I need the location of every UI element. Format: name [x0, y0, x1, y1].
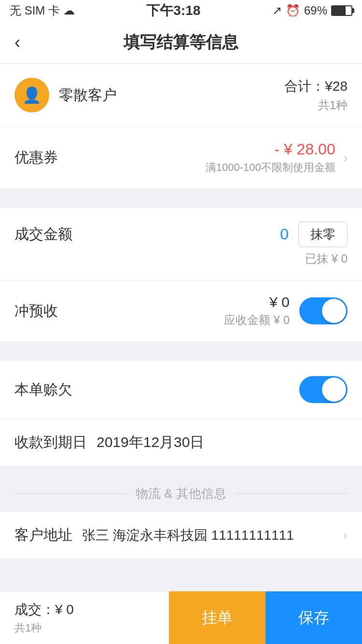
transaction-value: 0: [269, 225, 289, 243]
location-icon: ↗: [272, 4, 282, 17]
debt-row: 本单赊欠: [0, 361, 362, 419]
logistics-divider: 物流 & 其他信息: [0, 476, 362, 512]
save-label: 保存: [298, 607, 329, 629]
address-row[interactable]: 客户地址 张三 海淀永丰科技园 11111111111 ›: [0, 512, 362, 559]
address-value: 张三 海淀永丰科技园 11111111111: [82, 526, 343, 545]
nav-bar: ‹ 填写结算等信息: [0, 21, 362, 64]
round-button[interactable]: 抹零: [298, 222, 348, 247]
divider-2: [0, 351, 362, 361]
status-time: 下午3:18: [146, 1, 200, 20]
customer-total: 合计：¥28: [284, 77, 348, 96]
transaction-row: 成交金额 0 抹零 已抹 ¥ 0: [0, 208, 362, 280]
coupon-value-area: - ¥ 28.00 满1000-100不限制使用金额: [206, 140, 335, 175]
avatar-icon: 👤: [22, 86, 42, 104]
transaction-label: 成交金额: [14, 224, 72, 244]
pending-label: 挂单: [202, 607, 233, 629]
page-title: 填写结算等信息: [124, 31, 238, 54]
status-bar: 无 SIM 卡 ☁ 下午3:18 ↗ ⏰ 69%: [0, 0, 362, 21]
bottom-info: 成交：¥ 0 共1种: [0, 601, 169, 635]
coupon-amount: - ¥ 28.00: [206, 140, 335, 158]
content: 👤 零散客户 合计：¥28 共1种 优惠券 - ¥ 28.00 满1000-10…: [0, 64, 362, 626]
customer-avatar: 👤: [14, 78, 49, 112]
battery-percent: 69%: [304, 4, 327, 17]
battery-icon: [331, 5, 352, 16]
alarm-icon: ⏰: [286, 4, 300, 17]
address-chevron-icon: ›: [343, 528, 348, 543]
transaction-right-group: 0 抹零: [269, 222, 348, 247]
customer-name: 零散客户: [59, 85, 117, 105]
status-right: ↗ ⏰ 69%: [272, 4, 352, 17]
logistics-line-right: [236, 493, 348, 494]
divider-1: [0, 198, 362, 208]
due-label: 收款到期日: [14, 433, 87, 452]
save-button[interactable]: 保存: [265, 591, 362, 644]
prepay-right: ¥ 0 应收金额 ¥ 0: [224, 294, 348, 328]
coupon-desc: 满1000-100不限制使用金额: [206, 160, 335, 175]
bottom-bar: 成交：¥ 0 共1种 挂单 保存: [0, 591, 362, 644]
debt-section: 本单赊欠 收款到期日 2019年12月30日: [0, 361, 362, 466]
toggle-knob: [322, 299, 346, 323]
logistics-line-left: [14, 493, 126, 494]
due-date-row: 收款到期日 2019年12月30日: [0, 419, 362, 466]
customer-count: 共1种: [284, 98, 348, 113]
bottom-deal-amount: 成交：¥ 0: [14, 601, 154, 619]
customer-section: 👤 零散客户 合计：¥28 共1种 优惠券 - ¥ 28.00 满1000-10…: [0, 64, 362, 188]
due-date-value: 2019年12月30日: [97, 433, 204, 452]
debt-label: 本单赊欠: [14, 380, 72, 400]
sim-status: 无 SIM 卡 ☁: [10, 3, 75, 18]
logistics-label: 物流 & 其他信息: [136, 485, 226, 502]
chevron-right-icon: ›: [343, 150, 348, 166]
status-left: 无 SIM 卡 ☁: [10, 3, 75, 18]
prepay-amount-area: ¥ 0 应收金额 ¥ 0: [224, 294, 290, 328]
address-section: 客户地址 张三 海淀永丰科技园 11111111111 ›: [0, 512, 362, 559]
bottom-count: 共1种: [14, 621, 154, 635]
deal-label: 成交：: [14, 602, 55, 617]
transaction-section: 成交金额 0 抹零 已抹 ¥ 0 冲预收 ¥ 0 应收金额 ¥ 0: [0, 208, 362, 341]
prepay-amount: ¥ 0: [224, 294, 290, 310]
transaction-sub: 已抹 ¥ 0: [14, 251, 348, 266]
coupon-row[interactable]: 优惠券 - ¥ 28.00 满1000-100不限制使用金额 ›: [0, 126, 362, 188]
prepay-sub: 应收金额 ¥ 0: [224, 312, 290, 328]
debt-toggle-knob: [322, 378, 346, 402]
prepay-label: 冲预收: [14, 301, 58, 321]
customer-row: 👤 零散客户 合计：¥28 共1种: [0, 64, 362, 126]
address-label: 客户地址: [14, 525, 72, 545]
coupon-label: 优惠券: [14, 148, 58, 168]
transaction-top: 成交金额 0 抹零: [14, 222, 348, 247]
customer-right: 合计：¥28 共1种: [284, 77, 348, 113]
pending-button[interactable]: 挂单: [169, 591, 265, 644]
prepay-row: 冲预收 ¥ 0 应收金额 ¥ 0: [0, 280, 362, 341]
debt-toggle[interactable]: [299, 376, 348, 403]
deal-amount: ¥ 0: [55, 602, 74, 617]
coupon-right: - ¥ 28.00 满1000-100不限制使用金额 ›: [206, 140, 348, 175]
prepay-toggle[interactable]: [299, 297, 348, 324]
customer-left: 👤 零散客户: [14, 78, 117, 112]
back-button[interactable]: ‹: [14, 32, 20, 53]
